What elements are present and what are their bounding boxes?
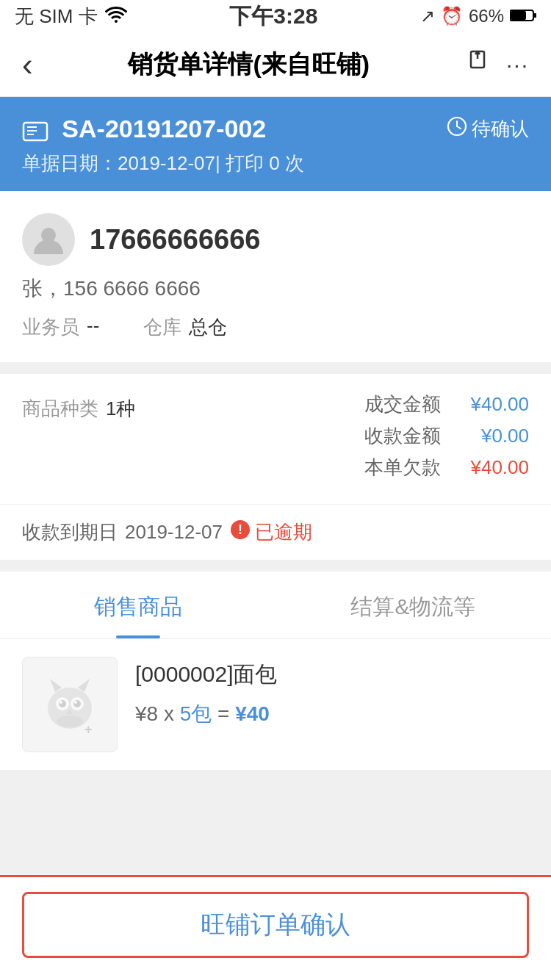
wifi-icon xyxy=(105,5,127,28)
customer-meta: 业务员 -- 仓库 总仓 xyxy=(22,314,529,340)
tabs-container: 销售商品 结算&物流等 xyxy=(0,572,551,639)
svg-text:+: + xyxy=(84,722,93,737)
bottom-btn-area: 旺铺订单确认 xyxy=(0,875,551,980)
alarm-icon: ⏰ xyxy=(441,6,463,26)
status-left: 无 SIM 卡 xyxy=(15,4,127,29)
order-id: SA-20191207-002 xyxy=(22,115,266,143)
customer-phone: 17666666666 xyxy=(90,224,260,256)
product-info: [0000002]面包 ¥8 x 5包 = ¥40 xyxy=(135,657,529,728)
battery-label: 66% xyxy=(469,6,504,26)
order-icon xyxy=(22,118,54,142)
page-title: 销货单详情(来自旺铺) xyxy=(128,48,370,82)
transaction-amount: 成交金额 ¥40.00 xyxy=(364,392,529,417)
amounts-right: 成交金额 ¥40.00 收款金额 ¥0.00 本单欠款 ¥40.00 xyxy=(364,392,529,486)
customer-section: 17666666666 张，156 6666 6666 业务员 -- 仓库 总仓 xyxy=(0,191,551,362)
nav-icons: ··· xyxy=(465,48,529,80)
salesperson-field: 业务员 -- xyxy=(22,314,99,340)
status-time: 下午3:28 xyxy=(229,1,317,32)
svg-rect-1 xyxy=(533,13,536,18)
svg-point-19 xyxy=(59,700,66,707)
tab-sales-goods[interactable]: 销售商品 xyxy=(0,572,276,638)
svg-text:!: ! xyxy=(238,522,242,537)
tab-settlement[interactable]: 结算&物流等 xyxy=(276,572,551,638)
overdue-badge: ! 已逾期 xyxy=(230,519,312,545)
avatar xyxy=(22,213,75,266)
nav-bar: ‹ 销货单详情(来自旺铺) ··· xyxy=(0,32,551,97)
back-button[interactable]: ‹ xyxy=(22,46,33,83)
battery-icon xyxy=(510,6,536,26)
product-type: 商品种类 1种 xyxy=(22,396,135,422)
svg-line-10 xyxy=(457,126,461,129)
product-name: [0000002]面包 xyxy=(135,660,529,690)
svg-point-24 xyxy=(57,716,83,727)
status-bar: 无 SIM 卡 下午3:28 ↗ ⏰ 66% xyxy=(0,0,551,32)
product-price-row: ¥8 x 5包 = ¥40 xyxy=(135,700,529,728)
sim-label: 无 SIM 卡 xyxy=(15,4,98,29)
due-label: 收款到期日 xyxy=(22,519,118,545)
confirm-order-button[interactable]: 旺铺订单确认 xyxy=(22,892,529,958)
product-section: + [0000002]面包 ¥8 x 5包 = ¥40 xyxy=(0,639,551,770)
product-thumbnail: + xyxy=(22,657,118,752)
owed-amount: 本单欠款 ¥40.00 xyxy=(364,455,529,480)
order-date: 单据日期：2019-12-07| 打印 0 次 xyxy=(22,151,529,176)
warehouse-field: 仓库 总仓 xyxy=(143,314,227,340)
status-right: ↗ ⏰ 66% xyxy=(420,6,536,26)
share-icon[interactable] xyxy=(465,48,491,80)
more-icon[interactable]: ··· xyxy=(506,52,529,77)
svg-point-20 xyxy=(73,700,81,707)
due-date-value: 2019-12-07 xyxy=(125,521,223,544)
amounts-section: 商品种类 1种 成交金额 ¥40.00 收款金额 ¥0.00 本单欠款 ¥40.… xyxy=(0,374,551,504)
svg-point-21 xyxy=(60,701,62,704)
received-amount: 收款金额 ¥0.00 xyxy=(364,423,529,449)
location-icon: ↗ xyxy=(420,6,435,26)
due-date-section: 收款到期日 2019-12-07 ! 已逾期 xyxy=(0,505,551,560)
warning-icon: ! xyxy=(230,519,251,545)
order-status: 待确认 xyxy=(447,116,529,142)
svg-rect-2 xyxy=(511,11,526,20)
order-header-card: SA-20191207-002 待确认 单据日期：2019-12-07| 打印 … xyxy=(0,97,551,191)
svg-point-22 xyxy=(74,701,77,704)
customer-name: 张，156 6666 6666 xyxy=(22,275,529,303)
product-item: + [0000002]面包 ¥8 x 5包 = ¥40 xyxy=(22,657,529,752)
clock-icon xyxy=(447,116,467,142)
